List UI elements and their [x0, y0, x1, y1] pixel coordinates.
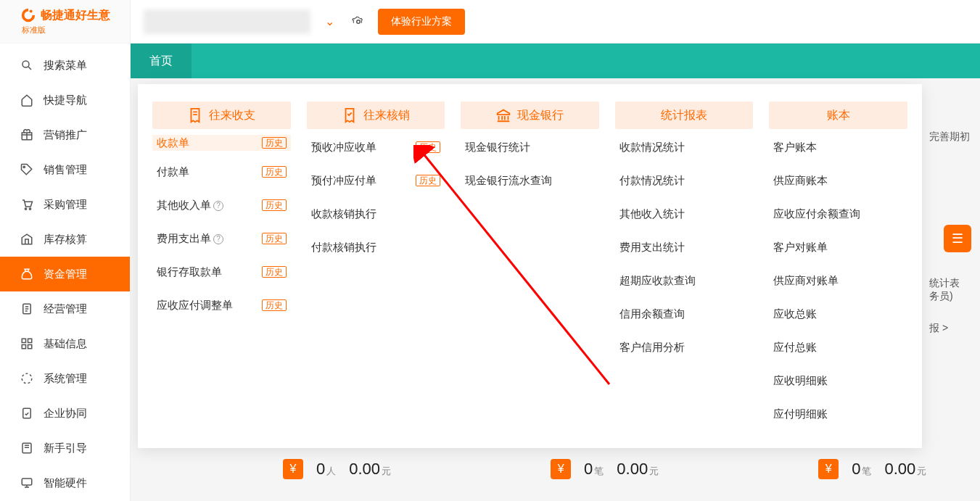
menu-item-other-income[interactable]: 其他收入单?历史 — [157, 197, 287, 213]
svg-rect-10 — [28, 345, 32, 349]
loader-icon — [20, 372, 33, 385]
history-button[interactable]: 历史 — [262, 266, 287, 278]
menu-item-ar-general[interactable]: 应收总账 — [773, 306, 903, 322]
svg-rect-7 — [22, 339, 25, 342]
svg-point-4 — [25, 208, 26, 210]
history-button[interactable]: 历史 — [262, 299, 287, 311]
svg-point-0 — [29, 9, 32, 12]
sidebar-item-operation[interactable]: 经营管理 — [0, 291, 130, 326]
sidebar: 畅捷通好生意 标准版 搜索菜单 快捷导航 营销推广 销售管理 — [0, 0, 131, 501]
check-receipt-icon — [342, 107, 358, 123]
help-icon[interactable]: ? — [213, 234, 223, 244]
tab-home[interactable]: 首页 — [131, 44, 192, 78]
org-selector-redacted[interactable] — [144, 9, 310, 34]
search-icon — [20, 59, 33, 72]
sidebar-item-guide[interactable]: 新手引导 — [0, 431, 130, 465]
sidebar-item-enterprise[interactable]: 企业协同 — [0, 396, 130, 431]
brand-icon — [20, 7, 36, 23]
warehouse-icon — [20, 233, 33, 246]
sidebar-item-quicknav[interactable]: 快捷导航 — [0, 83, 130, 117]
menu-item-ap-general[interactable]: 应付总账 — [773, 339, 903, 355]
submenu-heading: 现金银行 — [461, 102, 599, 129]
submenu-heading: 统计报表 — [615, 102, 754, 129]
stat-card: ¥ 0人 0.00元 — [283, 459, 391, 479]
menu-item-cashbank-stats[interactable]: 现金银行统计 — [465, 139, 595, 155]
sidebar-item-marketing[interactable]: 营销推广 — [0, 117, 130, 152]
gift-icon — [20, 128, 33, 141]
help-icon[interactable]: ? — [213, 201, 223, 211]
menu-item-credit-balance[interactable]: 信用余额查询 — [619, 306, 749, 322]
dashboard-stats: ¥ 0人 0.00元 ¥ 0笔 0.00元 ¥ 0笔 0.00元 — [283, 459, 936, 479]
svg-point-15 — [357, 20, 361, 23]
submenu-col-cashbank: 现金银行 现金银行统计 现金银行流水查询 — [461, 102, 599, 422]
document-icon — [20, 407, 33, 420]
menu-item-arap-balance[interactable]: 应收应付余额查询 — [773, 206, 903, 222]
svg-point-3 — [23, 166, 25, 167]
menu-item-overdue-receivable[interactable]: 超期应收款查询 — [619, 273, 749, 289]
menu-item-receive-writeoff-exec[interactable]: 收款核销执行 — [311, 206, 441, 222]
menu-item-customer-ledger[interactable]: 客户账本 — [773, 139, 903, 155]
menu-item-pay-stats[interactable]: 付款情况统计 — [619, 173, 749, 189]
svg-rect-12 — [23, 408, 31, 418]
industry-solution-button[interactable]: 体验行业方案 — [378, 9, 465, 35]
sidebar-item-inventory[interactable]: 库存核算 — [0, 222, 130, 257]
menu-item-other-income-stats[interactable]: 其他收入统计 — [619, 206, 749, 222]
history-button[interactable]: 历史 — [262, 166, 287, 178]
menu-item-payment[interactable]: 付款单历史 — [157, 164, 287, 180]
menu-item-adjust[interactable]: 应收应付调整单历史 — [157, 297, 287, 313]
user-stat-icon: ¥ — [283, 459, 303, 479]
menu-item-supplier-ledger[interactable]: 供应商账本 — [773, 173, 903, 189]
sidebar-item-basicinfo[interactable]: 基础信息 — [0, 326, 130, 361]
menu-item-pay-writeoff-exec[interactable]: 付款核销执行 — [311, 239, 441, 255]
stat-card: ¥ 0笔 0.00元 — [551, 459, 659, 479]
stub-text: 完善期初 — [929, 131, 980, 144]
menu-item-customer-credit[interactable]: 客户信用分析 — [619, 339, 749, 355]
menu-item-bank-transfer[interactable]: 银行存取款单历史 — [157, 264, 287, 280]
history-button[interactable]: 历史 — [262, 199, 287, 211]
menu-item-expense[interactable]: 费用支出单?历史 — [157, 231, 287, 247]
stub-text: 统计表 — [929, 277, 960, 289]
menu-item-receive-stats[interactable]: 收款情况统计 — [619, 139, 749, 155]
stat-card: ¥ 0笔 0.00元 — [818, 459, 926, 479]
menu-item-prepay-offset[interactable]: 预付冲应付单历史 — [311, 173, 441, 189]
receipt-icon — [187, 107, 203, 123]
sidebar-item-hardware[interactable]: 智能硬件 — [0, 465, 130, 500]
sidebar-item-sales[interactable]: 销售管理 — [0, 152, 130, 187]
bank-icon — [495, 107, 511, 123]
menu-item-cashbank-flow[interactable]: 现金银行流水查询 — [465, 173, 595, 189]
sidebar-item-funds[interactable]: 资金管理 — [0, 257, 130, 291]
menu-item-customer-statement[interactable]: 客户对账单 — [773, 239, 903, 255]
sidebar-item-purchase[interactable]: 采购管理 — [0, 187, 130, 222]
menu-item-receipt[interactable]: 收款单历史 — [152, 135, 291, 151]
menu-item-supplier-statement[interactable]: 供应商对账单 — [773, 273, 903, 289]
gear-icon[interactable] — [349, 12, 368, 31]
transaction-stat-icon: ¥ — [551, 459, 571, 479]
menu-item-ar-detail[interactable]: 应收明细账 — [773, 373, 903, 389]
topbar: ⌄ 体验行业方案 — [131, 0, 980, 44]
sidebar-item-system[interactable]: 系统管理 — [0, 361, 130, 396]
menu-item-expense-stats[interactable]: 费用支出统计 — [619, 239, 749, 255]
history-button[interactable]: 历史 — [416, 141, 440, 153]
tag-icon — [20, 163, 33, 176]
sidebar-item-search[interactable]: 搜索菜单 — [0, 48, 130, 83]
chevron-down-icon[interactable]: ⌄ — [321, 15, 339, 28]
history-button[interactable]: 历史 — [262, 137, 287, 149]
right-partial-content: 完善期初 ☰ 统计表务员) 报 > — [929, 131, 980, 335]
monitor-icon — [20, 476, 33, 489]
svg-rect-8 — [28, 339, 32, 342]
menu-item-prereceive-offset[interactable]: 预收冲应收单历史 — [311, 139, 441, 155]
history-button[interactable]: 历史 — [262, 233, 287, 244]
submenu-heading: 往来核销 — [307, 102, 445, 129]
quick-action-icon[interactable]: ☰ — [944, 225, 971, 252]
menu-item-ap-detail[interactable]: 应付明细账 — [773, 406, 903, 422]
submenu-heading: 账本 — [769, 102, 907, 129]
svg-point-1 — [22, 61, 29, 67]
svg-point-5 — [29, 208, 30, 210]
cart-icon — [20, 198, 33, 211]
submenu-col-ledger: 账本 客户账本 供应商账本 应收应付余额查询 客户对账单 供应商对账单 应收总账… — [769, 102, 907, 422]
home-icon — [20, 94, 33, 107]
brand-name: 畅捷通好生意 — [41, 8, 110, 23]
money-bag-icon — [20, 268, 33, 281]
svg-point-11 — [22, 373, 32, 384]
history-button[interactable]: 历史 — [416, 175, 440, 186]
